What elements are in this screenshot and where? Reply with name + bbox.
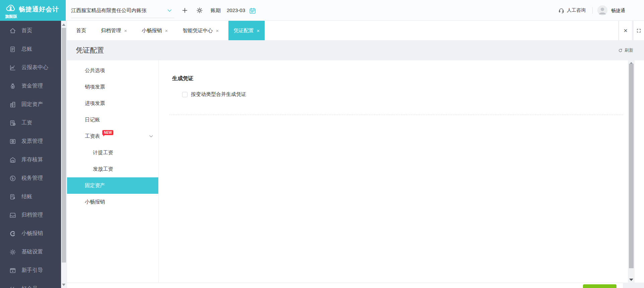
sidebar-scrollbar[interactable] [61,21,67,288]
guide-icon [9,267,16,274]
content-panel: 公共选项 销项发票 进项发票 日记账 工资表 NEW 计提工资 发放工资 固定资… [67,60,644,283]
footer-action-button[interactable] [583,284,616,288]
support-label: 人工咨询 [567,7,586,13]
sidebar-item-fixed-assets[interactable]: 固定资产 [0,95,61,114]
sidebar-item-payroll[interactable]: 工资 [0,114,61,132]
tab-close-icon[interactable]: × [165,28,168,34]
settings-icon [9,248,16,256]
sidebar-item-closing[interactable]: 结账 [0,187,61,206]
chevron-down-icon[interactable] [167,8,172,13]
sidebar-item-general-ledger[interactable]: 总账 [0,40,61,58]
submenu-item-accrue-payroll[interactable]: 计提工资 [67,145,158,161]
submenu-item-purchase-invoice[interactable]: 进项发票 [67,95,158,112]
sidebar-item-inventory[interactable]: 库存核算 [0,151,61,169]
submenu-item-reimburse[interactable]: 小畅报销 [67,194,158,210]
submenu-item-journal[interactable]: 日记账 [67,112,158,128]
config-submenu: 公共选项 销项发票 进项发票 日记账 工资表 NEW 计提工资 发放工资 固定资… [67,60,159,283]
sidebar-item-archive[interactable]: 归档管理 [0,206,61,224]
sidebar-item-report-center[interactable]: 云报表中心 [0,58,61,77]
period-value[interactable]: 2023-03 [227,0,245,21]
sidebar-item-tax[interactable]: 税务管理 [0,169,61,187]
user-avatar[interactable] [597,5,607,15]
brand-edition: 旗舰版 [5,14,17,19]
sidebar-item-settings[interactable]: 基础设置 [0,243,61,261]
scroll-down-arrow[interactable] [629,279,633,281]
tab-reimburse[interactable]: 小畅报销× [137,21,173,40]
fullscreen-button[interactable] [634,21,644,40]
report-center-icon [9,64,16,71]
footer-bar [67,283,644,288]
tab-voucher-config[interactable]: 凭证配置× [228,21,265,40]
refresh-label: 刷新 [625,47,633,53]
sidebar-item-guide[interactable]: 新手引导 [0,261,61,280]
submenu-item-fixed-assets[interactable]: 固定资产 [67,177,158,194]
page-title: 凭证配置 [76,40,104,60]
fullscreen-icon [636,28,641,33]
tabs-strip: 首页 归档管理× 小畅报销× 智能凭证中心× 凭证配置× [67,21,618,40]
plus-icon[interactable] [181,7,189,14]
scroll-down-arrow[interactable] [62,284,65,286]
payroll-icon [9,119,16,127]
brand-title: 畅捷通好会计 [19,5,59,14]
funds-icon [9,82,16,90]
sidebar-item-home[interactable]: 首页 [0,21,61,40]
reimburse-icon [9,230,16,237]
chevron-down-icon[interactable] [149,134,154,139]
submenu-item-pay-payroll[interactable]: 发放工资 [67,161,158,177]
archive-icon [9,212,16,219]
close-all-tabs-button[interactable]: × [619,21,632,40]
new-badge: NEW [102,130,113,135]
invoice-icon [9,138,16,145]
tab-close-icon[interactable]: × [216,28,219,34]
merge-voucher-option: 按变动类型合并生成凭证 [182,91,246,98]
page-header: 凭证配置 刷新 [67,40,644,60]
tab-close-icon[interactable]: × [124,28,127,34]
cloud-logo-icon [4,3,16,14]
section-title: 生成凭证 [172,75,194,82]
submenu-item-sales-invoice[interactable]: 销项发票 [67,79,158,95]
person-icon [597,5,607,15]
submenu-item-common-options[interactable]: 公共选项 [67,62,158,79]
member-icon [9,285,16,288]
scrollbar-thumb[interactable] [62,28,66,263]
fixed-assets-icon [9,101,16,108]
tab-smart-voucher[interactable]: 智能凭证中心× [178,21,224,40]
closing-icon [9,193,16,200]
top-bar: 畅捷通好会计 旗舰版 江西服宝精品有限责任公司内账张 账期 2023-03 人工… [0,0,644,21]
scroll-up-arrow[interactable] [62,23,65,26]
refresh-button[interactable]: 刷新 [618,40,633,60]
scrollbar-thumb[interactable] [629,64,634,268]
tab-bar: 首页 归档管理× 小畅报销× 智能凭证中心× 凭证配置× × [67,21,644,40]
tab-archive[interactable]: 归档管理× [96,21,132,40]
sidebar-item-member[interactable]: 好会员 [0,280,61,288]
content-scrollbar[interactable] [628,60,635,283]
merge-voucher-label[interactable]: 按变动类型合并生成凭证 [191,91,246,98]
section-divider [169,115,623,115]
gear-icon[interactable] [196,7,203,14]
footer-action-area [67,283,623,288]
headset-icon [558,7,565,14]
calendar-icon[interactable] [249,7,256,14]
period-label: 账期 [211,0,221,21]
submenu-item-payroll-sheet[interactable]: 工资表 NEW [67,128,158,145]
home-icon [9,27,16,35]
refresh-icon [618,48,623,53]
tab-home[interactable]: 首页 [71,21,91,40]
ledger-icon [9,46,16,53]
app-window: 畅捷通好会计 旗舰版 江西服宝精品有限责任公司内账张 账期 2023-03 人工… [0,0,644,288]
tax-icon [9,175,16,182]
sidebar-item-funds[interactable]: 资金管理 [0,77,61,95]
sidebar-item-reimburse[interactable]: 小畅报销 [0,224,61,243]
module-sidebar: 首页 总账 云报表中心 资金管理 固定资产 工资 发票管理 库存核算 [0,21,61,288]
brand-logo[interactable]: 畅捷通好会计 旗舰版 [0,0,66,21]
merge-voucher-checkbox[interactable] [182,92,187,97]
topbar-divider [592,7,593,14]
support-button[interactable]: 人工咨询 [558,0,586,21]
tab-close-icon[interactable]: × [257,28,260,34]
sidebar-item-invoice[interactable]: 发票管理 [0,132,61,151]
username[interactable]: 畅捷通 [611,0,625,21]
company-underline [71,18,174,18]
inventory-icon [9,156,16,164]
